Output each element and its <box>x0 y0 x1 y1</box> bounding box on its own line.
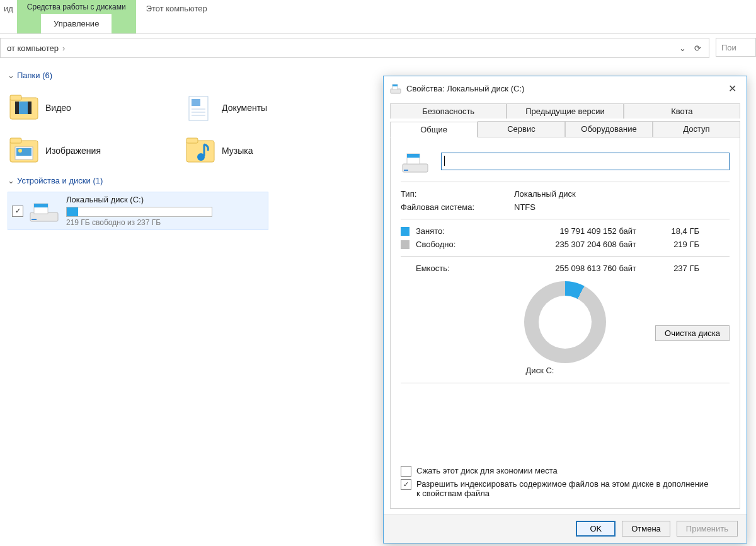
index-label: Разрешить индексировать содержимое файло… <box>416 479 713 498</box>
compress-label: Сжать этот диск для экономии места <box>416 466 558 475</box>
ribbon: ид Средства работы с дисками Управление … <box>0 0 756 34</box>
ribbon-tab-fragment[interactable]: ид <box>0 0 17 17</box>
capacity-gb: 237 ГБ <box>649 264 699 273</box>
window-title: Этот компьютер <box>136 0 217 17</box>
tab-tools[interactable]: Сервис <box>478 121 565 137</box>
folder-videos-icon <box>8 91 40 124</box>
used-label: Занято: <box>416 226 510 236</box>
folder-label: Документы <box>222 103 267 113</box>
breadcrumb[interactable]: от компьютер <box>4 44 61 53</box>
dialog-tabs: Безопасность Предыдущие версии Квота Общ… <box>384 101 747 137</box>
svg-rect-16 <box>186 138 198 143</box>
capacity-bytes: 255 098 613 760 байт <box>510 264 649 273</box>
drive-label-input[interactable] <box>441 153 730 170</box>
usage-chart-area: Диск C: Очистка диска <box>401 281 730 375</box>
drive-info: Локальный диск (C:) 219 ГБ свободно из 2… <box>66 195 264 227</box>
ribbon-context-tab[interactable]: Средства работы с дисками Управление <box>17 0 136 33</box>
chevron-down-icon: ⌄ <box>8 176 14 185</box>
tab-hardware[interactable]: Оборудование <box>565 121 653 137</box>
chevron-down-icon: ⌄ <box>8 71 14 80</box>
section-drives-title: Устройства и диски (1) <box>17 176 103 185</box>
svg-rect-1 <box>10 95 21 100</box>
svg-rect-11 <box>10 138 21 143</box>
dialog-button-row: OK Отмена Применить <box>384 514 747 543</box>
type-value: Локальный диск <box>514 189 730 199</box>
folder-label: Музыка <box>222 146 253 156</box>
address-bar[interactable]: от компьютер › ⌄ ⟳ <box>0 38 709 58</box>
section-folders-title: Папки (6) <box>17 71 52 80</box>
properties-dialog: Свойства: Локальный диск (C:) ✕ Безопасн… <box>383 76 747 543</box>
drive-checkbox[interactable]: ✓ <box>12 206 23 217</box>
folders-grid: Видео Документы Изображения Музыка <box>8 86 386 172</box>
folder-label: Видео <box>45 103 71 113</box>
svg-rect-19 <box>32 219 37 220</box>
folder-music[interactable]: Музыка <box>184 132 360 170</box>
cancel-button[interactable]: Отмена <box>622 521 670 537</box>
folder-documents-icon <box>184 91 217 124</box>
tab-sharing[interactable]: Доступ <box>653 121 740 137</box>
folder-videos[interactable]: Видео <box>8 89 184 127</box>
tab-quota[interactable]: Квота <box>624 103 740 119</box>
disk-caption: Диск C: <box>526 366 554 375</box>
svg-rect-4 <box>28 102 32 114</box>
tab-previous-versions[interactable]: Предыдущие версии <box>507 103 623 119</box>
svg-rect-6 <box>192 99 200 106</box>
svg-rect-13 <box>16 148 32 156</box>
folder-pictures[interactable]: Изображения <box>8 132 184 170</box>
folder-music-icon <box>184 134 217 167</box>
address-row: от компьютер › ⌄ ⟳ Пои <box>0 34 756 62</box>
svg-point-17 <box>197 153 205 161</box>
svg-rect-28 <box>407 154 420 158</box>
svg-rect-21 <box>34 204 48 207</box>
tab-security[interactable]: Безопасность <box>390 103 507 119</box>
dialog-title: Свойства: Локальный диск (C:) <box>406 84 724 93</box>
close-button[interactable]: ✕ <box>724 81 740 96</box>
folder-documents[interactable]: Документы <box>184 89 360 127</box>
chevron-right-icon[interactable]: › <box>61 44 66 53</box>
disk-cleanup-button[interactable]: Очистка диска <box>655 325 730 341</box>
svg-rect-3 <box>15 102 19 114</box>
drive-subtitle: 219 ГБ свободно из 237 ГБ <box>66 218 264 227</box>
capacity-label: Емкость: <box>416 264 510 273</box>
drive-icon <box>27 199 61 224</box>
ribbon-context-title: Средства работы с дисками <box>25 3 129 13</box>
compress-checkbox[interactable] <box>401 466 411 477</box>
type-label: Тип: <box>401 189 514 199</box>
dropdown-history-button[interactable]: ⌄ <box>675 41 690 55</box>
refresh-button[interactable]: ⟳ <box>690 41 705 55</box>
free-label: Свободно: <box>416 240 510 249</box>
drive-item-c[interactable]: ✓ Локальный диск (C:) 219 ГБ свободно из… <box>8 192 268 230</box>
svg-rect-25 <box>403 164 428 172</box>
free-bytes: 235 307 204 608 байт <box>510 240 649 249</box>
svg-point-14 <box>18 149 22 153</box>
search-input[interactable]: Пои <box>716 38 756 57</box>
drive-name: Локальный диск (C:) <box>66 195 264 204</box>
index-checkbox[interactable]: ✓ <box>401 479 411 490</box>
used-swatch <box>401 227 410 236</box>
filesystem-label: Файловая система: <box>401 202 514 212</box>
filesystem-value: NTFS <box>514 202 730 212</box>
used-bytes: 19 791 409 152 байт <box>510 226 649 236</box>
tab-general-panel: Тип:Локальный диск Файловая система:NTFS… <box>390 137 740 509</box>
ok-button[interactable]: OK <box>576 521 616 537</box>
drive-usage-bar <box>66 207 212 217</box>
folder-pictures-icon <box>8 134 40 167</box>
search-placeholder: Пои <box>721 43 736 52</box>
usage-donut-chart <box>524 281 606 363</box>
folder-label: Изображения <box>45 146 101 156</box>
drive-icon <box>401 149 430 174</box>
free-swatch <box>401 240 410 249</box>
dialog-titlebar[interactable]: Свойства: Локальный диск (C:) ✕ <box>384 76 747 101</box>
ribbon-context-subtab[interactable]: Управление <box>41 13 112 33</box>
drive-icon <box>390 83 401 95</box>
free-gb: 219 ГБ <box>649 240 699 249</box>
tab-general[interactable]: Общие <box>390 122 478 137</box>
apply-button[interactable]: Применить <box>677 521 738 537</box>
svg-rect-24 <box>392 84 398 86</box>
svg-rect-26 <box>404 170 408 171</box>
used-gb: 18,4 ГБ <box>649 226 699 236</box>
